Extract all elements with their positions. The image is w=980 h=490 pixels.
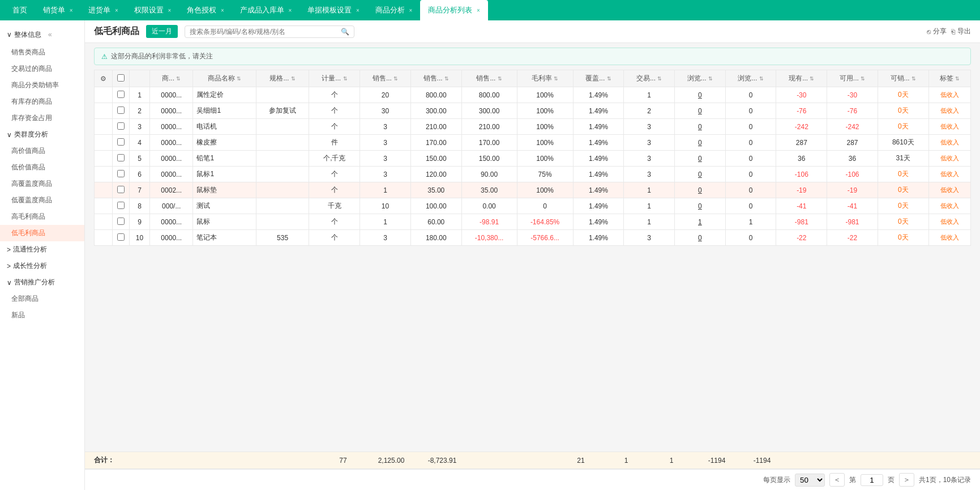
- nav-role-auth[interactable]: 角色授权 ×: [179, 0, 232, 20]
- sidebar-group-overview[interactable]: ∨ 整体信息 «: [0, 25, 84, 44]
- col-checkbox-all[interactable]: [113, 70, 130, 87]
- nav-template[interactable]: 单据模板设置 ×: [299, 0, 367, 20]
- cell-browse1[interactable]: 0: [675, 182, 726, 198]
- sidebar-group-growth[interactable]: > 成长性分析: [0, 258, 84, 274]
- cell-checkbox[interactable]: [113, 230, 130, 246]
- col-current-stock[interactable]: 现有... ⇅: [776, 70, 827, 87]
- sidebar-group-cluster[interactable]: ∨ 类群度分析: [0, 126, 84, 143]
- nav-close-role[interactable]: ×: [221, 7, 224, 14]
- col-sales-qty[interactable]: 销售... ⇅: [360, 70, 411, 87]
- col-sales-amount[interactable]: 销售... ⇅: [410, 70, 461, 87]
- row-checkbox-9[interactable]: [117, 233, 125, 241]
- period-button[interactable]: 近一月: [146, 25, 178, 38]
- nav-close-permission[interactable]: ×: [168, 7, 172, 14]
- row-checkbox-3[interactable]: [117, 138, 125, 146]
- nav-analysis[interactable]: 商品分析 ×: [367, 0, 420, 20]
- col-sales-profit[interactable]: 销售... ⇅: [461, 70, 517, 87]
- sidebar-item-high-value[interactable]: 高价值商品: [0, 143, 84, 159]
- sidebar-item-all-products[interactable]: 全部商品: [0, 291, 84, 307]
- col-gross-margin[interactable]: 毛利率 ⇅: [517, 70, 573, 87]
- sidebar-item-category-rate[interactable]: 商品分类助销率: [0, 77, 84, 93]
- cell-name[interactable]: 铅笔1: [193, 151, 256, 167]
- sidebar-collapse-btn[interactable]: «: [44, 28, 57, 41]
- cell-checkbox[interactable]: [113, 119, 130, 135]
- cell-browse1[interactable]: 0: [675, 87, 726, 103]
- cell-checkbox[interactable]: [113, 182, 130, 198]
- cell-checkbox[interactable]: [113, 103, 130, 119]
- row-checkbox-5[interactable]: [117, 170, 125, 177]
- col-saleable[interactable]: 可销... ⇅: [878, 70, 928, 87]
- nav-close-analysis[interactable]: ×: [409, 7, 412, 14]
- cell-checkbox[interactable]: [113, 135, 130, 151]
- sidebar-item-low-margin[interactable]: 低毛利商品: [0, 225, 84, 241]
- row-checkbox-7[interactable]: [117, 202, 125, 209]
- col-coverage[interactable]: 覆盖... ⇅: [573, 70, 624, 87]
- row-checkbox-2[interactable]: [117, 122, 125, 130]
- table-container[interactable]: ⚙ 商... ⇅ 商品名称 ⇅ 规格... ⇅ 计量... ⇅ 销售... ⇅ …: [94, 70, 971, 447]
- sidebar-item-traded[interactable]: 交易过的商品: [0, 61, 84, 77]
- cell-name[interactable]: 吴细细1: [193, 103, 256, 119]
- nav-analysis-list[interactable]: 商品分析列表 ×: [420, 0, 487, 20]
- cell-name[interactable]: 笔记本: [193, 230, 256, 246]
- cell-checkbox[interactable]: [113, 214, 130, 230]
- row-checkbox-4[interactable]: [117, 154, 125, 161]
- col-available[interactable]: 可用... ⇅: [827, 70, 878, 87]
- col-browse1[interactable]: 浏览... ⇅: [675, 70, 726, 87]
- nav-close-product-entry[interactable]: ×: [289, 7, 292, 14]
- sidebar-item-sales-products[interactable]: 销售类商品: [0, 44, 84, 61]
- cell-name[interactable]: 鼠标: [193, 214, 256, 230]
- page-input[interactable]: [861, 474, 883, 486]
- cell-name[interactable]: 鼠标1: [193, 167, 256, 182]
- sidebar-group-marketing[interactable]: ∨ 营销推广分析: [0, 274, 84, 291]
- cell-name[interactable]: 鼠标垫: [193, 182, 256, 198]
- cell-checkbox[interactable]: [113, 167, 130, 182]
- col-trade[interactable]: 交易... ⇅: [624, 70, 675, 87]
- row-checkbox-0[interactable]: [117, 91, 125, 98]
- nav-purchase[interactable]: 进货单 ×: [80, 0, 126, 20]
- nav-product-entry[interactable]: 产成品入库单 ×: [232, 0, 299, 20]
- cell-browse1[interactable]: 0: [675, 119, 726, 135]
- col-code[interactable]: 商... ⇅: [150, 70, 193, 87]
- cell-checkbox[interactable]: [113, 151, 130, 167]
- share-button[interactable]: ⎋ 分享: [927, 27, 947, 36]
- nav-close-analysis-list[interactable]: ×: [477, 7, 480, 14]
- col-unit[interactable]: 计量... ⇅: [309, 70, 360, 87]
- row-checkbox-8[interactable]: [117, 218, 125, 225]
- cell-browse1[interactable]: 0: [675, 151, 726, 167]
- sidebar-item-high-margin[interactable]: 高毛利商品: [0, 208, 84, 225]
- cell-browse1[interactable]: 1: [675, 214, 726, 230]
- col-browse2[interactable]: 浏览... ⇅: [725, 70, 776, 87]
- col-tag[interactable]: 标签 ⇅: [928, 70, 970, 87]
- cell-name[interactable]: 属性定价: [193, 87, 256, 103]
- cell-checkbox[interactable]: [113, 198, 130, 214]
- sidebar-group-circulation[interactable]: > 流通性分析: [0, 241, 84, 258]
- cell-browse1[interactable]: 0: [675, 230, 726, 246]
- nav-close-template[interactable]: ×: [356, 7, 360, 14]
- cell-browse1[interactable]: 0: [675, 167, 726, 182]
- col-settings[interactable]: ⚙: [95, 70, 113, 87]
- prev-page-btn[interactable]: ＜: [829, 473, 845, 487]
- col-spec[interactable]: 规格... ⇅: [256, 70, 309, 87]
- col-name[interactable]: 商品名称 ⇅: [193, 70, 256, 87]
- row-checkbox-1[interactable]: [117, 106, 125, 114]
- sidebar-item-capital[interactable]: 库存资金占用: [0, 110, 84, 126]
- cell-browse1[interactable]: 0: [675, 198, 726, 214]
- search-input[interactable]: [190, 28, 339, 36]
- search-icon[interactable]: 🔍: [341, 28, 349, 36]
- cell-browse1[interactable]: 0: [675, 103, 726, 119]
- nav-sales-order[interactable]: 销货单 ×: [35, 0, 80, 20]
- sidebar-item-new-products[interactable]: 新品: [0, 307, 84, 323]
- nav-close-purchase[interactable]: ×: [115, 7, 118, 14]
- export-button[interactable]: ⎗ 导出: [951, 27, 971, 36]
- row-checkbox-6[interactable]: [117, 186, 125, 193]
- next-page-btn[interactable]: ＞: [899, 473, 914, 487]
- checkbox-all[interactable]: [117, 74, 125, 82]
- cell-name[interactable]: 电话机: [193, 119, 256, 135]
- cell-name[interactable]: 测试: [193, 198, 256, 214]
- per-page-select[interactable]: 50 100 200: [795, 474, 825, 487]
- cell-browse1[interactable]: 0: [675, 135, 726, 151]
- cell-checkbox[interactable]: [113, 87, 130, 103]
- nav-permission[interactable]: 权限设置 ×: [126, 0, 179, 20]
- cell-name[interactable]: 橡皮擦: [193, 135, 256, 151]
- sidebar-item-high-coverage[interactable]: 高覆盖度商品: [0, 176, 84, 192]
